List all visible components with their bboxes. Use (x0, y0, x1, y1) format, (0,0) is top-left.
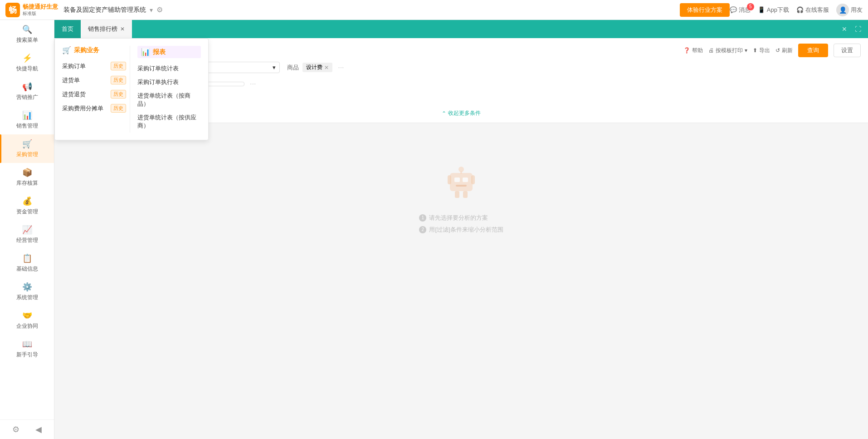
sidebar-label-operations: 经营管理 (16, 237, 38, 244)
svg-rect-9 (460, 171, 462, 174)
settings-button[interactable]: 设置 (834, 44, 861, 57)
menu-item-purchase-order[interactable]: 采购订单 历史 (62, 59, 126, 73)
tab-sales-ranking[interactable]: 销售排行榜 ✕ (81, 20, 132, 38)
message-badge: 5 (747, 3, 754, 10)
sidebar-item-quick-nav[interactable]: ⚡ 快捷导航 (0, 49, 54, 77)
purchase-dropdown-menu: 🛒 采购业务 采购订单 历史 进货单 历史 进货退货 历史 采购费用分摊单 历史… (54, 38, 209, 140)
basic-info-icon: 📋 (22, 253, 32, 263)
collapse-filters-btn[interactable]: ⌃ 收起更多条件 (442, 109, 481, 117)
tab-maximize-btn[interactable]: ⛶ (852, 23, 864, 35)
print-icon: 🖨 (708, 47, 714, 54)
print-label: 按模板打印 (716, 47, 743, 54)
avatar: 👤 (836, 4, 849, 16)
sidebar-item-system[interactable]: ⚙️ 系统管理 (0, 277, 54, 306)
inbound-return-label: 进货退货 (62, 90, 86, 99)
operations-icon: 📈 (22, 225, 32, 235)
purchase-expense-badge: 历史 (111, 104, 126, 113)
inbound-stats-supplier-label: 进货单统计表（按供应商） (137, 113, 201, 130)
logo-area: 畅 畅捷通好生意 标准版 (5, 3, 60, 17)
sidebar-label-inventory: 库存核算 (16, 179, 38, 187)
tab-close-icon[interactable]: ✕ (120, 26, 125, 32)
sidebar-label-search: 搜索菜单 (16, 36, 38, 44)
help-btn[interactable]: ❓ 帮助 (683, 47, 703, 54)
sidebar-label-purchase: 采购管理 (16, 151, 38, 158)
goods-more-btn[interactable]: ··· (336, 64, 346, 72)
tab-controls: ✕ ⛶ (838, 23, 868, 35)
goods-tag-close[interactable]: ✕ (324, 64, 329, 71)
hint-dot-2: 2 (419, 226, 426, 233)
message-item[interactable]: 💬 消息 5 (730, 6, 751, 14)
sidebar-label-sales: 销售管理 (16, 122, 38, 130)
enterprise-icon: 🤝 (22, 311, 32, 321)
sidebar-label-basic-info: 基础信息 (16, 265, 38, 273)
sidebar-item-search[interactable]: 🔍 搜索菜单 (0, 20, 54, 49)
menu-item-inbound-stats-supplier[interactable]: 进货单统计表（按供应商） (137, 111, 201, 133)
tab-home[interactable]: 首页 (54, 20, 81, 38)
sidebar-item-purchase[interactable]: 🛒 采购管理 (0, 134, 54, 163)
menu-item-purchase-expense[interactable]: 采购费用分摊单 历史 (62, 101, 126, 115)
export-btn[interactable]: ⬆ 导出 (753, 47, 770, 54)
report-header-icon: 📊 (141, 48, 150, 56)
hint-1: 1 请先选择要分析的方案 (419, 212, 503, 224)
system-name-text: 装备及固定资产辅助管理系统 (63, 6, 146, 14)
settings-icon[interactable]: ⚙ (156, 5, 163, 14)
sidebar-item-finance[interactable]: 💰 资金管理 (0, 192, 54, 220)
logo-text: 畅捷通好生意 标准版 (23, 3, 58, 17)
export-icon: ⬆ (753, 47, 757, 54)
goods-label: 商品 (287, 64, 299, 72)
tab-close-btn[interactable]: ✕ (838, 23, 851, 35)
top-bar: 畅 畅捷通好生意 标准版 装备及固定资产辅助管理系统 ▾ ⚙ 体验行业方案 💬 … (0, 0, 868, 20)
menu-item-po-exec[interactable]: 采购订单执行表 (137, 75, 201, 89)
query-button[interactable]: 查询 (798, 44, 828, 57)
print-btn[interactable]: 🖨 按模板打印 ▾ (708, 47, 747, 54)
menu-item-inbound-stats-goods[interactable]: 进货单统计表（按商品） (137, 89, 201, 111)
inbound-return-badge: 历史 (111, 90, 126, 99)
empty-illustration (439, 159, 484, 205)
sidebar: 🔍 搜索菜单 ⚡ 快捷导航 📢 营销推广 📊 销售管理 🛒 采购管理 📦 库存核… (0, 20, 54, 439)
status-dropdown-icon: ▾ (273, 64, 276, 71)
collapse-up-icon: ⌃ (442, 110, 446, 117)
finance-icon: 💰 (22, 196, 32, 206)
refresh-btn[interactable]: ↺ 刷新 (775, 47, 793, 54)
sidebar-item-basic-info[interactable]: 📋 基础信息 (0, 249, 54, 277)
inbound-label: 进货单 (62, 76, 80, 84)
salesman-more-btn[interactable]: ··· (248, 80, 258, 88)
refresh-icon: ↺ (775, 47, 780, 54)
online-service-item[interactable]: 🎧 在线客服 (796, 6, 829, 14)
sidebar-item-sales[interactable]: 📊 销售管理 (0, 106, 54, 134)
purchase-order-label: 采购订单 (62, 62, 86, 70)
message-icon: 💬 (730, 6, 737, 13)
svg-rect-6 (455, 191, 459, 198)
help-icon: ❓ (683, 47, 690, 54)
purchase-header-icon: 🛒 (62, 46, 71, 54)
tab-bar: 首页 销售排行榜 ✕ ✕ ⛶ (54, 20, 868, 38)
system-dropdown-arrow[interactable]: ▾ (150, 6, 153, 14)
sidebar-item-operations[interactable]: 📈 经营管理 (0, 220, 54, 249)
goods-filter: 商品 设计费 ✕ ··· (287, 63, 346, 72)
collapse-sidebar-icon[interactable]: ◀ (35, 424, 42, 434)
menu-item-inbound-return[interactable]: 进货退货 历史 (62, 87, 126, 101)
goods-tag: 设计费 ✕ (302, 63, 332, 72)
search-icon: 🔍 (22, 25, 32, 35)
purchase-col1-title: 采购业务 (74, 46, 99, 54)
hint-dot-1: 1 (419, 214, 426, 222)
system-name-area: 装备及固定资产辅助管理系统 ▾ ⚙ (60, 5, 680, 14)
hint-text-2: 用[过滤]条件来缩小分析范围 (429, 224, 503, 236)
print-dropdown-icon[interactable]: ▾ (745, 47, 747, 54)
sidebar-label-enterprise: 企业协同 (16, 322, 38, 330)
user-item[interactable]: 👤 用友 (836, 4, 863, 16)
sidebar-item-inventory[interactable]: 📦 库存核算 (0, 163, 54, 192)
sidebar-label-finance: 资金管理 (16, 208, 38, 216)
settings-bottom-icon[interactable]: ⚙ (12, 424, 20, 434)
app-download-item[interactable]: 📱 App下载 (758, 6, 789, 14)
sidebar-item-guide[interactable]: 📖 新手引导 (0, 335, 54, 363)
logo-char: 畅 (9, 5, 17, 15)
purchase-col1: 🛒 采购业务 采购订单 历史 进货单 历史 进货退货 历史 采购费用分摊单 历史 (62, 46, 126, 133)
menu-item-po-stats[interactable]: 采购订单统计表 (137, 62, 201, 75)
menu-item-inbound[interactable]: 进货单 历史 (62, 73, 126, 87)
sidebar-item-marketing[interactable]: 📢 营销推广 (0, 77, 54, 106)
status-select[interactable]: ▾ (207, 62, 280, 73)
sidebar-item-enterprise[interactable]: 🤝 企业协同 (0, 306, 54, 335)
purchase-col2-header: 📊 报表 (137, 46, 201, 58)
trial-button[interactable]: 体验行业方案 (680, 3, 730, 17)
